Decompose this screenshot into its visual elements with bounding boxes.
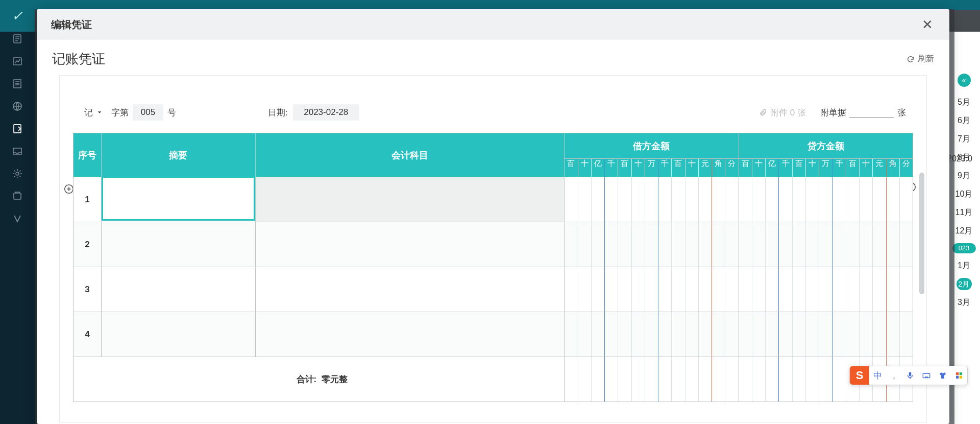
svg-rect-3 bbox=[14, 80, 21, 88]
cell-credit[interactable] bbox=[739, 267, 913, 312]
table-row: 2 bbox=[74, 222, 913, 267]
th-account: 会计科目 bbox=[255, 133, 565, 177]
cell-summary[interactable] bbox=[102, 222, 256, 267]
nav-v-icon[interactable] bbox=[11, 213, 23, 225]
th-credit-digits: 百十亿千百十万千百十元角分 bbox=[739, 159, 913, 177]
cell-debit[interactable] bbox=[565, 267, 739, 312]
left-sidebar: ✓ bbox=[0, 0, 35, 424]
table-row: 1 bbox=[74, 177, 913, 222]
nav-receipt-icon[interactable] bbox=[11, 78, 23, 90]
voucher-number-input[interactable]: 005 bbox=[133, 104, 163, 121]
ime-toolbar[interactable]: S 中 ， bbox=[849, 366, 968, 385]
ime-keyboard-icon[interactable] bbox=[918, 371, 935, 380]
cell-credit[interactable] bbox=[739, 312, 913, 357]
svg-point-6 bbox=[16, 172, 19, 175]
voucher-table: 序号 摘要 会计科目 借方金额 贷方金额 百十亿千百十万千百十元角分 百十亿千百… bbox=[73, 133, 913, 402]
svg-rect-7 bbox=[14, 193, 21, 199]
svg-rect-12 bbox=[956, 372, 959, 375]
th-debit: 借方金额 bbox=[565, 133, 739, 159]
attachment-label: 附件 0 张 bbox=[770, 107, 806, 119]
ime-logo-icon: S bbox=[850, 366, 869, 385]
cell-seq: 3 bbox=[74, 267, 102, 312]
paperclip-icon bbox=[759, 108, 767, 116]
ime-toolbox-icon[interactable] bbox=[951, 371, 967, 380]
ime-skin-icon[interactable] bbox=[935, 371, 951, 380]
voucher-type-select[interactable]: 记 bbox=[80, 105, 107, 121]
svg-rect-13 bbox=[960, 372, 962, 375]
voucher-type-label: 记 bbox=[84, 107, 93, 119]
seq-prefix-label: 字第 bbox=[111, 107, 129, 119]
refresh-button[interactable]: 刷新 bbox=[906, 54, 934, 64]
nav-globe-icon[interactable] bbox=[11, 100, 23, 112]
cell-debit[interactable] bbox=[565, 312, 739, 357]
date-label: 日期: bbox=[268, 107, 288, 119]
app-logo: ✓ bbox=[0, 0, 35, 32]
table-row: 4 bbox=[74, 312, 913, 357]
cell-debit[interactable] bbox=[565, 177, 739, 222]
modal-close-button[interactable]: ✕ bbox=[920, 17, 935, 33]
cell-seq: 4 bbox=[74, 312, 102, 357]
total-cell: 合计: 零元整 bbox=[74, 357, 565, 402]
summary-input[interactable] bbox=[102, 176, 255, 221]
period-collapse-icon[interactable]: « bbox=[958, 74, 971, 87]
cell-summary[interactable] bbox=[102, 267, 256, 312]
slip-count-input[interactable] bbox=[849, 107, 894, 118]
date-input[interactable]: 2023-02-28 bbox=[293, 104, 359, 121]
table-scrollbar[interactable] bbox=[919, 173, 924, 294]
caret-down-icon bbox=[96, 109, 103, 116]
ime-mic-icon[interactable] bbox=[902, 371, 918, 380]
nav-inbox-icon[interactable] bbox=[11, 145, 23, 157]
cell-debit[interactable] bbox=[565, 222, 739, 267]
seq-suffix-label: 号 bbox=[167, 107, 176, 119]
doc-title: 记账凭证 bbox=[52, 50, 105, 68]
slip-suffix-label: 张 bbox=[897, 107, 906, 119]
nav-book-icon[interactable] bbox=[11, 33, 23, 45]
slip-prefix-label: 附单据 bbox=[820, 107, 846, 119]
modal-header: 编辑凭证 ✕ bbox=[37, 9, 949, 40]
cell-seq: 2 bbox=[74, 222, 102, 267]
period-year-pill[interactable]: 023 bbox=[952, 243, 976, 253]
cell-account[interactable] bbox=[255, 177, 565, 222]
table-row: 3 bbox=[74, 267, 913, 312]
cell-account[interactable] bbox=[255, 222, 565, 267]
total-debit bbox=[565, 357, 739, 402]
ime-lang-button[interactable]: 中 bbox=[869, 370, 886, 382]
nav-clip-icon[interactable] bbox=[11, 190, 23, 202]
cell-credit[interactable] bbox=[739, 222, 913, 267]
refresh-icon bbox=[906, 55, 915, 63]
th-credit: 贷方金额 bbox=[739, 133, 913, 159]
th-seq: 序号 bbox=[74, 133, 102, 177]
cell-summary[interactable] bbox=[102, 312, 256, 357]
cell-seq: 1 bbox=[74, 177, 102, 222]
cell-credit[interactable] bbox=[739, 177, 913, 222]
svg-rect-14 bbox=[956, 376, 959, 379]
th-summary: 摘要 bbox=[102, 133, 256, 177]
voucher-modal: 编辑凭证 ✕ 记账凭证 刷新 记 字第 005 号 bbox=[37, 9, 949, 424]
refresh-label: 刷新 bbox=[918, 54, 934, 64]
attachment-button[interactable]: 附件 0 张 bbox=[759, 107, 806, 119]
period-active-month[interactable]: 2月 bbox=[957, 278, 972, 290]
cell-account[interactable] bbox=[255, 267, 565, 312]
nav-gear-icon[interactable] bbox=[11, 168, 23, 180]
voucher-card: 记 字第 005 号 日期: 2023-02-28 附件 0 张 bbox=[59, 75, 927, 422]
nav-chart-icon[interactable] bbox=[11, 55, 23, 67]
cell-account[interactable] bbox=[255, 312, 565, 357]
nav-voucher-icon[interactable] bbox=[11, 123, 23, 135]
ime-punct-button[interactable]: ， bbox=[886, 370, 902, 382]
svg-rect-15 bbox=[960, 376, 962, 379]
cell-summary[interactable] bbox=[102, 177, 256, 222]
modal-title: 编辑凭证 bbox=[51, 18, 92, 32]
th-debit-digits: 百十亿千百十万千百十元角分 bbox=[565, 159, 739, 177]
